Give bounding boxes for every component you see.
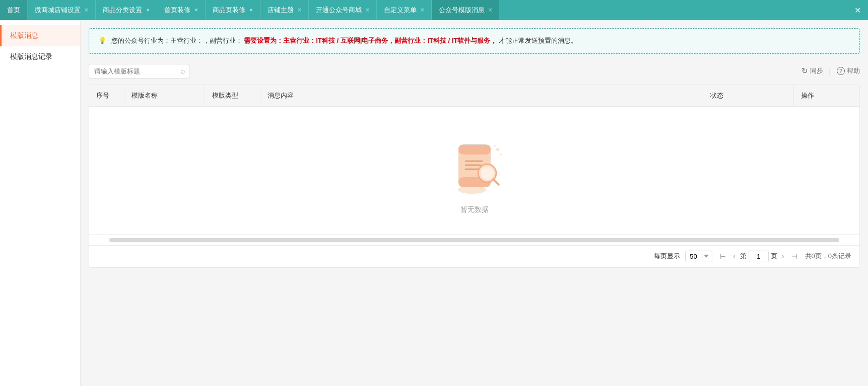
close-custom-menu[interactable]: ×: [421, 7, 424, 14]
nav-tab-home-deco[interactable]: 首页装修 ×: [157, 0, 206, 20]
toolbar-divider: |: [829, 67, 831, 75]
sync-label: 同步: [810, 66, 823, 75]
notice-suffix: 才能正常发送预置的消息。: [499, 37, 577, 44]
svg-point-7: [496, 148, 499, 151]
close-category[interactable]: ×: [146, 7, 150, 14]
notice-prefix: 您的公众号行业为：主营行业：，副营行业：: [111, 37, 242, 44]
pagination: 每页显示 10 20 50 100 ⊢ ‹ 第 页 › ⊣ 共0页，0条记录: [89, 245, 859, 267]
nav-tab-template-msg[interactable]: 公众号模版消息 ×: [432, 0, 500, 20]
close-home-deco[interactable]: ×: [194, 7, 198, 14]
svg-point-8: [500, 153, 502, 156]
sidebar: 模版消息 模版消息记录: [0, 20, 81, 386]
help-button[interactable]: ? 帮助: [837, 66, 860, 75]
horizontal-scrollbar[interactable]: [89, 235, 859, 245]
nav-tab-home-label: 首页: [7, 6, 20, 15]
help-icon: ?: [837, 67, 845, 75]
close-wechat-store[interactable]: ×: [85, 7, 88, 14]
th-index: 序号: [89, 85, 124, 106]
nav-tab-custom-menu[interactable]: 自定义菜单 ×: [377, 0, 432, 20]
th-name: 模版名称: [124, 85, 205, 106]
nav-tab-product-deco-label: 商品页装修: [213, 6, 245, 15]
th-type: 模版类型: [205, 85, 260, 106]
last-page-button[interactable]: ⊣: [789, 251, 800, 261]
search-left: ⌕: [89, 64, 189, 79]
close-template-msg[interactable]: ×: [489, 7, 492, 14]
close-store-theme[interactable]: ×: [298, 7, 301, 14]
sidebar-item-template-record[interactable]: 模版消息记录: [0, 46, 80, 67]
page-input[interactable]: [749, 251, 769, 262]
sync-icon: ↻: [802, 66, 808, 75]
sidebar-item-template-msg-label: 模版消息: [10, 31, 38, 39]
nav-tab-store-theme[interactable]: 店铺主题 ×: [260, 0, 309, 20]
search-input-wrap: ⌕: [89, 64, 189, 79]
nav-tab-wechat-store[interactable]: 微商城店铺设置 ×: [28, 0, 96, 20]
sync-button[interactable]: ↻ 同步: [802, 66, 823, 75]
nav-tab-category-label: 商品分类设置: [103, 6, 142, 15]
nav-tab-category[interactable]: 商品分类设置 ×: [96, 0, 157, 20]
nav-tab-product-deco[interactable]: 商品页装修 ×: [206, 0, 260, 20]
nav-tab-custom-menu-label: 自定义菜单: [384, 6, 417, 15]
close-all-tabs[interactable]: ✕: [847, 0, 868, 20]
svg-line-6: [493, 179, 499, 185]
table-header: 序号 模版名称 模版类型 消息内容 状态 操作: [89, 85, 859, 107]
nav-tab-home[interactable]: 首页: [0, 0, 28, 20]
data-table: 序号 模版名称 模版类型 消息内容 状态 操作: [89, 85, 860, 268]
content-area: 💡 您的公众号行业为：主营行业：，副营行业： 需要设置为：主营行业：IT科技 /…: [81, 20, 868, 386]
nav-tab-template-msg-label: 公众号模版消息: [439, 6, 485, 15]
next-page-button[interactable]: ›: [779, 251, 787, 261]
nav-tab-home-deco-label: 首页装修: [164, 6, 190, 15]
nav-tab-store-theme-label: 店铺主题: [268, 6, 294, 15]
search-bar: ⌕ ↻ 同步 | ? 帮助: [89, 64, 860, 79]
scrollbar-track[interactable]: [109, 238, 839, 242]
th-status: 状态: [703, 85, 794, 106]
th-content: 消息内容: [260, 85, 703, 106]
svg-point-5: [481, 167, 494, 180]
notice-box: 💡 您的公众号行业为：主营行业：，副营行业： 需要设置为：主营行业：IT科技 /…: [89, 28, 860, 54]
nav-tab-wechat-store-label: 微商城店铺设置: [35, 6, 81, 15]
nav-tab-open-mall-label: 开通公众号商城: [316, 6, 362, 15]
empty-illustration: [444, 137, 505, 197]
page-size-label: 每页显示: [654, 252, 680, 261]
page-size-select[interactable]: 10 20 50 100: [685, 251, 712, 262]
help-label: 帮助: [847, 66, 860, 75]
th-action: 操作: [794, 85, 859, 106]
search-right: ↻ 同步 | ? 帮助: [802, 66, 860, 75]
first-page-button[interactable]: ⊢: [717, 251, 728, 261]
nav-tab-open-mall[interactable]: 开通公众号商城 ×: [309, 0, 377, 20]
main-layout: 模版消息 模版消息记录 💡 您的公众号行业为：主营行业：，副营行业： 需要设置为…: [0, 20, 868, 386]
page-unit: 页: [771, 252, 777, 261]
page-nav: ⊢ ‹ 第 页 › ⊣: [717, 251, 799, 262]
empty-state: 暂无数据: [89, 107, 859, 235]
empty-text: 暂无数据: [460, 205, 489, 214]
search-input[interactable]: [89, 64, 189, 79]
search-icon: ⌕: [180, 66, 185, 75]
sidebar-item-template-msg[interactable]: 模版消息: [0, 25, 80, 46]
svg-point-9: [494, 145, 496, 147]
search-button[interactable]: ⌕: [180, 66, 185, 75]
prev-page-button[interactable]: ‹: [730, 251, 738, 261]
close-open-mall[interactable]: ×: [366, 7, 369, 14]
close-product-deco[interactable]: ×: [249, 7, 253, 14]
top-nav: 首页 微商城店铺设置 × 商品分类设置 × 首页装修 × 商品页装修 × 店铺主…: [0, 0, 868, 20]
light-icon: 💡: [98, 37, 106, 44]
goto-label: 第: [740, 252, 747, 261]
notice-highlight: 需要设置为：主营行业：IT科技 / 互联网|电子商务，副营行业：IT科技 / I…: [244, 37, 497, 44]
sidebar-item-template-record-label: 模版消息记录: [10, 52, 52, 60]
page-total: 共0页，0条记录: [805, 252, 851, 261]
